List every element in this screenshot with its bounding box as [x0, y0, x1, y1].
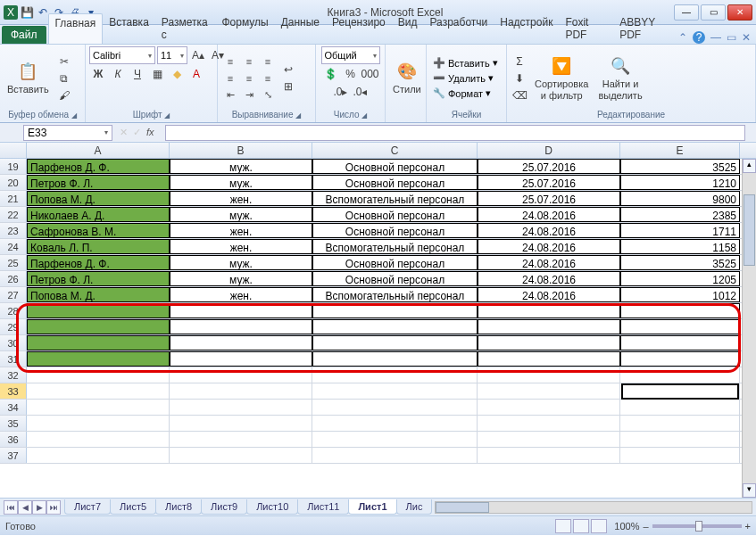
cell[interactable]: 25.07.2016	[478, 175, 620, 190]
font-color-icon[interactable]: A	[187, 66, 205, 82]
wrap-text-icon[interactable]: ↩	[279, 62, 297, 78]
cell[interactable]: жен.	[170, 223, 312, 238]
normal-view-icon[interactable]	[555, 519, 571, 533]
name-box[interactable]: E33▾	[23, 125, 112, 141]
table-row[interactable]: 25Парфенов Д. Ф.муж.Основной персонал24.…	[0, 255, 756, 271]
sheet-tab[interactable]: Лист7	[64, 499, 111, 515]
cell[interactable]: Петров Ф. Л.	[27, 271, 170, 286]
paste-button[interactable]: 📋 Вставить	[4, 59, 53, 96]
save-icon[interactable]: 💾	[20, 5, 34, 20]
cell[interactable]: муж.	[170, 255, 312, 270]
row-header[interactable]: 35	[0, 416, 27, 431]
ribbon-tab[interactable]: Данные	[275, 13, 326, 44]
scroll-thumb[interactable]	[744, 194, 755, 266]
sheet-nav-button[interactable]: ◀	[18, 500, 32, 515]
cell[interactable]	[620, 319, 740, 334]
cell[interactable]	[170, 335, 312, 350]
cell[interactable]: Основной персонал	[312, 175, 478, 190]
cell[interactable]	[27, 448, 170, 463]
cell[interactable]	[478, 416, 620, 431]
cell[interactable]	[478, 432, 620, 447]
sheet-nav-button[interactable]: ⏮	[4, 500, 18, 515]
row-header[interactable]: 29	[0, 319, 27, 334]
align-center-icon[interactable]: ≡	[240, 70, 258, 87]
cell[interactable]: Петров Ф. Л.	[27, 175, 170, 190]
row-header[interactable]: 22	[0, 207, 27, 222]
cell[interactable]: 2385	[620, 207, 740, 222]
cell[interactable]: Основной персонал	[312, 159, 478, 174]
doc-close-icon[interactable]: ✕	[742, 31, 751, 44]
cell[interactable]: муж.	[170, 159, 312, 174]
cell[interactable]	[27, 319, 170, 334]
sheet-tab[interactable]: Лис	[396, 499, 433, 515]
row-header[interactable]: 28	[0, 303, 27, 318]
cell[interactable]: 3525	[620, 255, 740, 270]
row-header[interactable]: 37	[0, 448, 27, 463]
styles-button[interactable]: 🎨 Стили	[389, 59, 425, 96]
cell[interactable]	[620, 448, 740, 463]
ribbon-tab[interactable]: Вид	[392, 13, 424, 44]
ribbon-tab[interactable]: Формулы	[215, 13, 274, 44]
cell[interactable]: 9800	[620, 191, 740, 206]
ribbon-tab[interactable]: ABBYY PDF	[613, 13, 678, 44]
cell[interactable]: Вспомогательный персонал	[312, 287, 478, 302]
select-all-corner[interactable]	[0, 143, 27, 158]
sheet-tab[interactable]: Лист5	[110, 499, 156, 515]
table-row[interactable]: 37	[0, 448, 756, 464]
cell[interactable]	[27, 383, 170, 399]
cell[interactable]	[312, 448, 478, 463]
formula-input[interactable]	[165, 125, 745, 141]
row-header[interactable]: 24	[0, 239, 27, 254]
cell[interactable]: Основной персонал	[312, 207, 478, 222]
cell[interactable]: 1012	[620, 287, 740, 302]
cell[interactable]	[27, 416, 170, 431]
fx-icon[interactable]: fx	[146, 127, 154, 138]
sheet-nav-button[interactable]: ▶	[32, 500, 46, 515]
scroll-down-icon[interactable]: ▾	[743, 483, 756, 498]
row-header[interactable]: 23	[0, 223, 27, 238]
sheet-nav-button[interactable]: ⏭	[46, 500, 61, 515]
cell[interactable]	[312, 351, 478, 367]
table-row[interactable]: 32	[0, 367, 756, 383]
row-header[interactable]: 30	[0, 335, 27, 350]
cell[interactable]	[620, 367, 740, 383]
find-select-button[interactable]: 🔍 Найти и выделить	[594, 54, 645, 102]
font-name-combo[interactable]: Calibri▾	[89, 46, 155, 64]
cell[interactable]: 1205	[620, 271, 740, 286]
cell[interactable]	[478, 303, 620, 318]
align-middle-icon[interactable]: ≡	[240, 54, 258, 70]
vertical-scrollbar[interactable]: ▴ ▾	[742, 159, 756, 498]
cell[interactable]	[170, 416, 312, 431]
align-top-icon[interactable]: ≡	[221, 54, 239, 70]
cell[interactable]: 3525	[620, 159, 740, 174]
cell[interactable]	[312, 416, 478, 431]
zoom-thumb[interactable]	[695, 521, 702, 532]
bold-button[interactable]: Ж	[89, 66, 107, 82]
cell[interactable]: Попова М. Д.	[27, 191, 170, 206]
cut-icon[interactable]: ✂	[55, 54, 73, 70]
cell[interactable]: 25.07.2016	[478, 159, 620, 174]
cell[interactable]: муж.	[170, 207, 312, 222]
cell[interactable]: Коваль Л. П.	[27, 239, 170, 254]
cell[interactable]	[478, 319, 620, 334]
cell[interactable]	[170, 383, 312, 399]
row-header[interactable]: 32	[0, 367, 27, 383]
ribbon-tab[interactable]: Разработчи	[424, 13, 494, 44]
inc-decimal-icon[interactable]: .0▸	[332, 84, 350, 100]
table-row[interactable]: 31	[0, 351, 756, 367]
ribbon-minimize-icon[interactable]: ⌃	[678, 31, 687, 44]
cell[interactable]: Вспомогательный персонал	[312, 239, 478, 254]
table-row[interactable]: 23Сафронова В. М.жен.Основной персонал24…	[0, 223, 756, 239]
cell[interactable]: 25.07.2016	[478, 191, 620, 206]
cell[interactable]: 24.08.2016	[478, 287, 620, 302]
delete-cells-button[interactable]: ➖Удалить ▾	[430, 71, 501, 86]
cell[interactable]	[312, 400, 478, 415]
table-row[interactable]: 19Парфенов Д. Ф.муж.Основной персонал25.…	[0, 159, 756, 175]
file-tab[interactable]: Файл	[2, 26, 46, 44]
number-format-combo[interactable]: Общий▾	[321, 46, 380, 64]
cell[interactable]: 24.08.2016	[478, 255, 620, 270]
cell[interactable]: 1210	[620, 175, 740, 190]
cell[interactable]: Основной персонал	[312, 255, 478, 270]
cell[interactable]	[478, 383, 620, 399]
zoom-out-icon[interactable]: –	[643, 521, 648, 532]
